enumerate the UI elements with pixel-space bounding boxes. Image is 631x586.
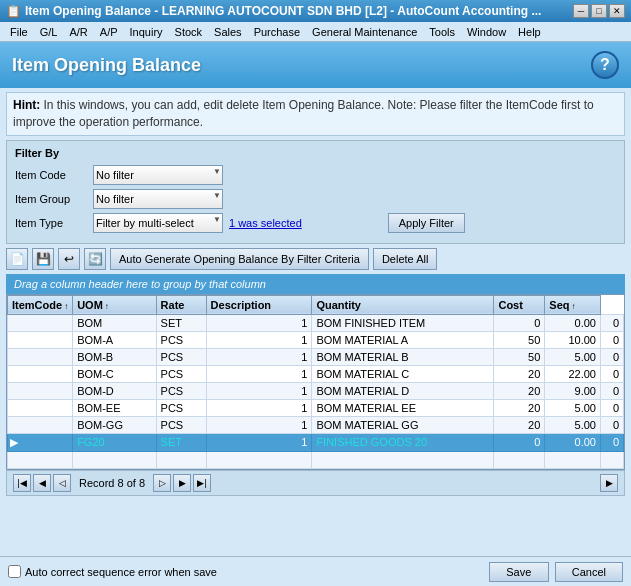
seq-cell: 0 — [600, 314, 623, 331]
selected-link[interactable]: 1 was selected — [229, 217, 302, 229]
item-code-cell: BOM-D — [73, 382, 156, 399]
empty-cell — [494, 451, 545, 468]
seq-cell: 0 — [600, 331, 623, 348]
bottom-bar: Auto correct sequence error when save Sa… — [0, 556, 631, 586]
help-button[interactable]: ? — [591, 51, 619, 79]
uom-cell: SET — [156, 433, 206, 451]
itemtype-select[interactable]: Filter by multi-select — [93, 213, 223, 233]
toolbar-save-icon[interactable]: 💾 — [32, 248, 54, 270]
table-row[interactable]: BOM-GGPCS1BOM MATERIAL GG205.000 — [8, 416, 624, 433]
minimize-button[interactable]: ─ — [573, 4, 589, 18]
itemgroup-select-wrapper: No filter — [93, 189, 223, 209]
toolbar-undo-icon[interactable]: ↩ — [58, 248, 80, 270]
itemcode-select[interactable]: No filter — [93, 165, 223, 185]
menu-item-window[interactable]: Window — [461, 25, 512, 39]
toolbar-new-icon[interactable]: 📄 — [6, 248, 28, 270]
page-header: Item Opening Balance ? — [0, 42, 631, 88]
menu-item-a/r[interactable]: A/R — [63, 25, 93, 39]
title-bar: 📋 Item Opening Balance - LEARNING AUTOCO… — [0, 0, 631, 22]
nav-next2-button[interactable]: ▷ — [153, 474, 171, 492]
quantity-cell: 0 — [494, 433, 545, 451]
menu-item-g/l[interactable]: G/L — [34, 25, 64, 39]
table-row[interactable]: BOM-BPCS1BOM MATERIAL B505.000 — [8, 348, 624, 365]
rate-cell: 1 — [206, 348, 312, 365]
quantity-cell: 50 — [494, 331, 545, 348]
empty-cell — [545, 451, 601, 468]
menu-item-general-maintenance[interactable]: General Maintenance — [306, 25, 423, 39]
itemcode-select-wrapper: No filter — [93, 165, 223, 185]
uom-cell: PCS — [156, 416, 206, 433]
row-indicator: ▶ — [8, 433, 73, 451]
nav-scroll-right[interactable]: ▶ — [600, 474, 618, 492]
table-row[interactable]: BOM-CPCS1BOM MATERIAL C2022.000 — [8, 365, 624, 382]
menu-item-tools[interactable]: Tools — [423, 25, 461, 39]
header-description: Description — [206, 295, 312, 314]
quantity-cell: 20 — [494, 416, 545, 433]
nav-next-button[interactable]: ▶ — [173, 474, 191, 492]
uom-cell: PCS — [156, 399, 206, 416]
menu-item-help[interactable]: Help — [512, 25, 547, 39]
description-cell: BOM MATERIAL GG — [312, 416, 494, 433]
row-indicator — [8, 416, 73, 433]
nav-prev-button[interactable]: ◀ — [33, 474, 51, 492]
description-cell: BOM MATERIAL D — [312, 382, 494, 399]
filter-row-itemcode: Item Code No filter — [15, 165, 616, 185]
row-indicator — [8, 382, 73, 399]
delete-all-button[interactable]: Delete All — [373, 248, 437, 270]
empty-cell — [312, 451, 494, 468]
quantity-cell: 50 — [494, 348, 545, 365]
auto-correct-checkbox[interactable] — [8, 565, 21, 578]
page-title: Item Opening Balance — [12, 55, 201, 76]
rate-cell: 1 — [206, 365, 312, 382]
table-row[interactable]: BOM-APCS1BOM MATERIAL A5010.000 — [8, 331, 624, 348]
itemgroup-select[interactable]: No filter — [93, 189, 223, 209]
nav-prev2-button[interactable]: ◁ — [53, 474, 71, 492]
save-button[interactable]: Save — [489, 562, 549, 582]
menu-item-stock[interactable]: Stock — [169, 25, 209, 39]
seq-cell: 0 — [600, 348, 623, 365]
maximize-button[interactable]: □ — [591, 4, 607, 18]
toolbar: 📄 💾 ↩ 🔄 Auto Generate Opening Balance By… — [6, 248, 625, 270]
auto-correct-label: Auto correct sequence error when save — [25, 566, 217, 578]
filter-row-itemgroup: Item Group No filter — [15, 189, 616, 209]
menu-item-file[interactable]: File — [4, 25, 34, 39]
item-code-cell: BOM-A — [73, 331, 156, 348]
record-info: Record 8 of 8 — [79, 477, 145, 489]
menu-item-sales[interactable]: Sales — [208, 25, 248, 39]
auto-generate-button[interactable]: Auto Generate Opening Balance By Filter … — [110, 248, 369, 270]
header-itemcode[interactable]: ItemCode↑ — [8, 295, 73, 314]
group-header: Drag a column header here to group by th… — [6, 274, 625, 294]
header-rate: Rate — [156, 295, 206, 314]
nav-first-button[interactable]: |◀ — [13, 474, 31, 492]
menu-item-purchase[interactable]: Purchase — [248, 25, 306, 39]
table-container: ItemCode↑UOM↑RateDescriptionQuantityCost… — [6, 294, 625, 470]
nav-last-button[interactable]: ▶| — [193, 474, 211, 492]
table-row[interactable]: BOMSET1BOM FINISHED ITEM00.000 — [8, 314, 624, 331]
data-table: ItemCode↑UOM↑RateDescriptionQuantityCost… — [7, 295, 624, 469]
filter-section: Filter By Item Code No filter Item Group… — [6, 140, 625, 244]
uom-cell: PCS — [156, 382, 206, 399]
empty-cell — [8, 451, 73, 468]
menu-item-a/p[interactable]: A/P — [94, 25, 124, 39]
quantity-cell: 20 — [494, 399, 545, 416]
cost-cell: 9.00 — [545, 382, 601, 399]
table-row[interactable]: BOM-EEPCS1BOM MATERIAL EE205.000 — [8, 399, 624, 416]
menu-item-inquiry[interactable]: Inquiry — [124, 25, 169, 39]
table-row[interactable]: ▶FG20SET1FINISHED GOODS 2000.000 — [8, 433, 624, 451]
header-uom[interactable]: UOM↑ — [73, 295, 156, 314]
close-button[interactable]: ✕ — [609, 4, 625, 18]
header-seq[interactable]: Seq↑ — [545, 295, 601, 314]
itemtype-select-wrapper: Filter by multi-select — [93, 213, 223, 233]
description-cell: BOM MATERIAL C — [312, 365, 494, 382]
empty-cell — [206, 451, 312, 468]
filter-title: Filter By — [15, 147, 616, 159]
uom-cell: PCS — [156, 348, 206, 365]
table-row[interactable]: BOM-DPCS1BOM MATERIAL D209.000 — [8, 382, 624, 399]
filter-label-itemcode: Item Code — [15, 169, 87, 181]
hint-label: Hint: — [13, 98, 40, 112]
item-code-cell: FG20 — [73, 433, 156, 451]
apply-filter-button[interactable]: Apply Filter — [388, 213, 465, 233]
uom-cell: PCS — [156, 365, 206, 382]
cancel-button[interactable]: Cancel — [555, 562, 623, 582]
toolbar-refresh-icon[interactable]: 🔄 — [84, 248, 106, 270]
